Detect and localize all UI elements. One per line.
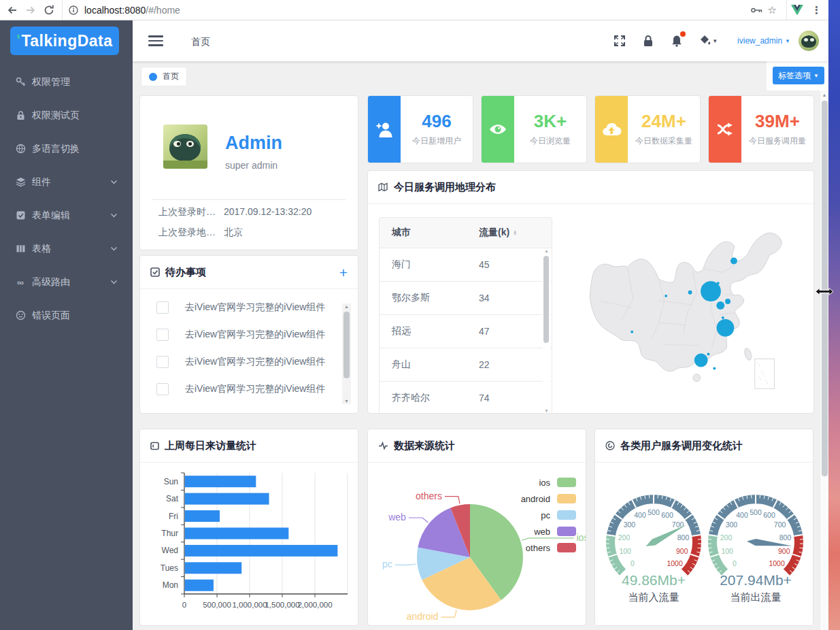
bell-icon[interactable] <box>670 34 684 48</box>
svg-text:0: 0 <box>182 601 186 609</box>
chevron-down-icon <box>110 246 118 251</box>
tag-bar: 首页 标签选项▼ <box>133 61 828 90</box>
bar-Fri <box>185 510 220 522</box>
table-row[interactable]: 鄂尔多斯34 <box>380 282 552 315</box>
spiral-icon <box>605 441 615 450</box>
table-row[interactable]: 海门45 <box>380 248 552 282</box>
vue-devtools-icon[interactable] <box>791 5 803 16</box>
data-source-card: 数据来源统计 iosandroidpcwebothers iosandroidp… <box>367 429 586 626</box>
resize-cursor <box>815 286 834 297</box>
talkingdata-logo[interactable]: 'TalkingData <box>10 27 119 55</box>
avatar[interactable] <box>799 31 819 51</box>
city-bubble <box>722 316 724 319</box>
sidebar-item[interactable]: 权限测试页 <box>0 99 133 132</box>
sidebar-item[interactable]: 组件 <box>0 165 133 199</box>
sidebar-item[interactable]: 权限管理 <box>0 65 133 99</box>
scroll-up-icon[interactable]: ▲ <box>820 93 828 97</box>
bar-Sat <box>185 493 269 505</box>
checkbox[interactable] <box>156 301 169 314</box>
username[interactable]: iview_admin <box>737 36 782 46</box>
url-text[interactable]: localhost:8080/#/home <box>84 5 180 16</box>
table-row[interactable]: 齐齐哈尔74 <box>380 382 552 414</box>
checkbox[interactable] <box>156 329 169 341</box>
geo-card-title: 今日服务调用地理分布 <box>368 171 813 204</box>
bar-chart: SunSatFriThurWedTuesMon0500,0001,000,000… <box>144 466 356 623</box>
breadcrumb: 首页 <box>191 36 210 48</box>
bookmark-star-icon[interactable]: ☆ <box>768 4 777 16</box>
checkbox[interactable] <box>156 356 169 368</box>
refresh-icon[interactable] <box>43 4 55 16</box>
key-icon <box>15 77 26 88</box>
svg-text:400: 400 <box>736 511 748 519</box>
sidebar-item[interactable]: 错误页面 <box>0 299 133 332</box>
sort-icon[interactable]: ▲▼ <box>513 230 517 236</box>
pulse-icon <box>378 441 388 450</box>
legend-label: web <box>534 527 550 537</box>
info-icon[interactable] <box>68 5 79 16</box>
sidebar-item[interactable]: 表单编辑 <box>0 199 133 232</box>
tag-options-button[interactable]: 标签选项▼ <box>773 67 824 84</box>
scroll-down-icon[interactable]: ▼ <box>342 399 351 403</box>
column-traffic[interactable]: 流量(k) ▲▼ <box>479 227 517 239</box>
cell-traffic: 45 <box>479 259 490 270</box>
fullscreen-icon[interactable] <box>613 34 626 48</box>
legend-label: ios <box>539 478 550 488</box>
svg-text:web: web <box>388 512 406 523</box>
legend-item-android[interactable]: android <box>521 491 576 507</box>
address-bar[interactable]: localhost:8080/#/home ☆ <box>62 0 787 20</box>
sidebar-menu: 权限管理权限测试页多语言切换组件表单编辑表格∞高级路由错误页面 <box>0 65 133 332</box>
chevron-down-icon <box>110 280 118 284</box>
svg-text:700: 700 <box>774 520 786 529</box>
key-icon[interactable] <box>750 5 764 15</box>
gauge-card-title: 各类用户服务调用变化统计 <box>595 429 813 463</box>
gauge-in: 0100200300400500600700800900100049.86Mb+ <box>595 489 712 593</box>
scroll-up-icon[interactable]: ▲ <box>342 304 351 309</box>
sidebar-item[interactable]: 多语言切换 <box>0 132 133 165</box>
page-scrollbar[interactable]: ▲ <box>820 90 828 630</box>
svg-text:500: 500 <box>750 508 762 516</box>
svg-text:ios: ios <box>577 532 587 543</box>
legend-item-web[interactable]: web <box>521 523 576 540</box>
lock-icon <box>15 110 26 121</box>
scrollbar-thumb[interactable] <box>543 256 549 343</box>
notification-dot <box>680 31 686 37</box>
todo-item: 去iView官网学习完整的iView组件 <box>140 321 337 348</box>
forward-icon[interactable] <box>24 4 37 16</box>
sidebar-item[interactable]: ∞高级路由 <box>0 265 133 299</box>
add-todo-button[interactable]: + <box>339 265 348 280</box>
checkbox[interactable] <box>156 383 169 395</box>
scrollbar-thumb[interactable] <box>343 312 350 378</box>
todo-card: 待办事项 + 去iView官网学习完整的iView组件去iView官网学习完整的… <box>139 255 358 414</box>
scroll-up-icon[interactable]: ▲ <box>543 249 550 253</box>
city-bubble <box>725 299 730 304</box>
chevron-down-icon[interactable]: ▼ <box>785 38 790 44</box>
table-row[interactable]: 舟山22 <box>380 348 552 382</box>
todo-item-label: 去iView官网学习完整的iView组件 <box>185 356 325 368</box>
legend-item-pc[interactable]: pc <box>521 507 576 523</box>
table-row[interactable]: 招远47 <box>380 315 552 348</box>
legend-item-others[interactable]: others <box>521 540 576 556</box>
todo-list: 去iView官网学习完整的iView组件去iView官网学习完整的iView组件… <box>140 294 337 403</box>
column-city[interactable]: 城市 <box>380 227 479 239</box>
chevron-down-icon: ▼ <box>813 73 819 79</box>
city-bubble <box>717 319 735 337</box>
theme-icon[interactable]: ▼ <box>699 34 718 48</box>
table-scrollbar[interactable]: ▲ ▼ <box>543 249 550 413</box>
lock-icon[interactable] <box>641 34 655 48</box>
service-gauges-card: 各类用户服务调用变化统计 010020030040050060070080090… <box>594 429 813 626</box>
scroll-down-icon[interactable]: ▼ <box>543 409 550 413</box>
city-bubble <box>713 367 716 369</box>
hamburger-menu-icon[interactable] <box>148 35 163 49</box>
tag-options-area: 标签选项▼ <box>767 61 828 90</box>
pie-card-title: 数据来源统计 <box>368 429 586 463</box>
legend-item-ios[interactable]: ios <box>521 474 576 491</box>
gauge-out: 01002003004005006007008009001000207.94Mb… <box>697 489 813 593</box>
svg-text:2,000,000: 2,000,000 <box>297 601 332 609</box>
user-avatar <box>163 125 207 169</box>
back-icon[interactable] <box>6 4 18 16</box>
tab-home[interactable]: 首页 <box>141 67 187 86</box>
todo-scrollbar[interactable]: ▲ ▼ <box>342 303 351 404</box>
sidebar-item[interactable]: 表格 <box>0 232 133 265</box>
bar-Wed <box>185 545 338 557</box>
menu-dots-icon[interactable]: ⋮ <box>811 4 822 16</box>
